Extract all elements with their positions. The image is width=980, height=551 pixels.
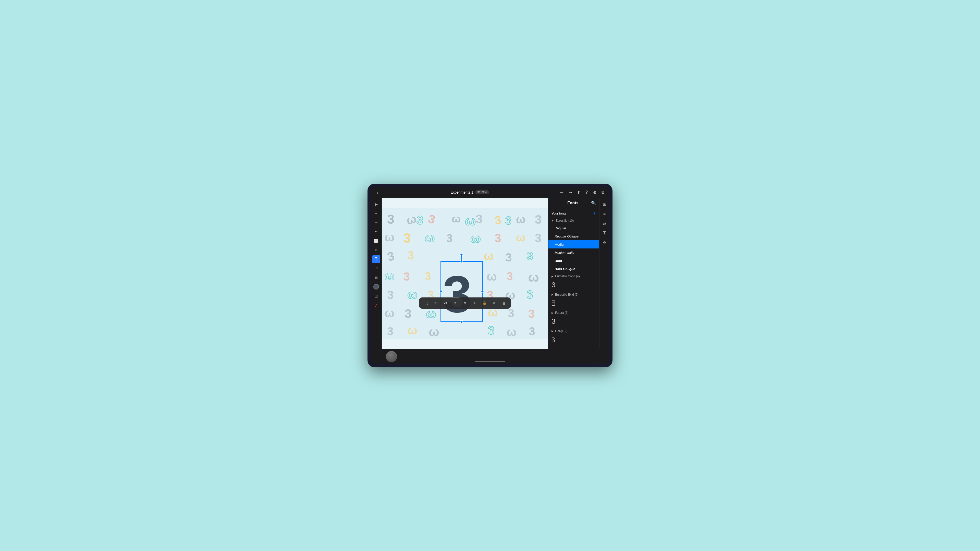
left-toolbar: ▶ ✦ ✏ ✒ ⬜ ○ T ⬚ ▦ ◫ ╱ [371, 198, 382, 349]
font-bold-label: Bold [555, 259, 562, 263]
layers-button[interactable]: ⧉ [600, 189, 605, 196]
lock-button[interactable]: 🔒 [480, 299, 489, 307]
align-button[interactable]: ≡ [451, 299, 460, 307]
svg-text:ω: ω [425, 231, 434, 245]
tool-image[interactable]: ▦ [372, 273, 380, 282]
top-bar-center: Experiments 1 51.27% [450, 190, 489, 194]
text-size-button[interactable]: T↑ [431, 299, 441, 307]
svg-text:3: 3 [387, 288, 394, 302]
document-title: Experiments 1 [450, 190, 473, 194]
panel-search-button[interactable]: 🔍 [591, 200, 596, 205]
panel-adjust-icon[interactable]: ⊞ [600, 200, 609, 208]
futura-group-header[interactable]: ▶ Futura (5) [549, 310, 599, 316]
eurostile-extd-group-header[interactable]: ▶ Eurostile Extd (5) [549, 291, 599, 298]
futura-group-name: Futura (5) [555, 311, 569, 314]
font-medium-italic-label: Medium Italic [555, 251, 574, 254]
tool-pencil[interactable]: ✒ [372, 227, 380, 236]
font-bold[interactable]: Bold [549, 257, 599, 265]
font-medium-label: Medium [555, 243, 566, 246]
font-regular[interactable]: Regular [549, 224, 599, 232]
duplicate-button[interactable]: ⧉ [490, 299, 499, 307]
tool-text[interactable]: T [372, 255, 380, 263]
svg-text:ω: ω [407, 288, 417, 301]
tool-shape[interactable]: ○ [372, 246, 380, 254]
svg-text:ω: ω [426, 307, 436, 321]
flow-button[interactable]: ⚙ [460, 299, 469, 307]
tool-eraser[interactable]: ⬜ [372, 237, 380, 245]
redo-button[interactable]: ↪ [568, 189, 573, 196]
frame-button[interactable]: ⬚ [422, 299, 431, 307]
font-bold-oblique[interactable]: Bold Oblique [549, 265, 599, 273]
svg-text:ω: ω [452, 213, 461, 225]
tool-magic-select[interactable]: ✦ [372, 209, 380, 218]
font-regular-oblique[interactable]: Regular Oblique [549, 232, 599, 240]
delete-button[interactable]: 🗑 [499, 299, 508, 307]
galvji-arrow: ▶ [552, 330, 554, 332]
zoom-level[interactable]: 51.27% [476, 190, 489, 194]
panel-back-button[interactable]: ‹ [552, 201, 553, 205]
svg-text:3: 3 [403, 270, 410, 283]
eurostile-extd-group-name: Eurostile Extd (5) [555, 293, 579, 297]
futura-preview: 3 [549, 316, 599, 328]
eurostile-cond-char: 3 [552, 281, 596, 289]
svg-text:3: 3 [446, 232, 452, 245]
svg-text:3: 3 [443, 265, 472, 323]
tool-pen-red[interactable]: ╱ [372, 301, 380, 309]
eurostile-arrow: ▼ [552, 219, 554, 222]
svg-text:3: 3 [476, 212, 483, 226]
svg-text:ω: ω [487, 269, 497, 283]
svg-text:3: 3 [505, 214, 512, 227]
galvji-preview: 3 [549, 334, 599, 346]
scroll-ball[interactable] [386, 351, 397, 362]
tool-adjust[interactable]: ◫ [372, 292, 380, 300]
svg-text:3: 3 [505, 251, 512, 264]
panel-title: Fonts [555, 201, 591, 205]
settings-button[interactable]: ⚙ [592, 189, 597, 196]
svg-text:3: 3 [508, 307, 514, 319]
panel-settings-icon[interactable]: ⚙ [600, 239, 609, 247]
tool-select[interactable]: ▶ [372, 200, 380, 208]
undo-button[interactable]: ↩ [559, 189, 565, 196]
font-medium-italic[interactable]: Medium Italic [549, 248, 599, 257]
svg-text:3: 3 [527, 288, 533, 301]
add-button[interactable]: + [470, 299, 479, 307]
font-regular-oblique-label: Regular Oblique [555, 234, 579, 238]
share-button[interactable]: ⬆ [576, 189, 581, 196]
main-layout: ▶ ✦ ✏ ✒ ⬜ ○ T ⬚ ▦ ◫ ╱ [371, 198, 609, 349]
svg-text:ω: ω [516, 231, 525, 244]
tracking-button[interactable]: VA [441, 299, 450, 307]
eurostile-group-name: Eurostile (10) [555, 219, 574, 222]
top-bar: ‹ Experiments 1 51.27% ↩ ↪ ⬆ ? ⚙ ⧉ [371, 187, 609, 198]
eurostile-group-header[interactable]: ▼ Eurostile (10) [549, 218, 599, 224]
back-button[interactable]: ‹ [375, 189, 380, 196]
home-indicator [475, 361, 505, 362]
floating-toolbar: ⬚ T↑ VA ≡ ⚙ + 🔒 ⧉ 🗑 [419, 297, 511, 309]
svg-point-27 [481, 290, 484, 293]
tool-transform[interactable]: ⬚ [372, 264, 380, 272]
galvji-group-name: Galvji (2) [555, 329, 567, 333]
svg-text:ω: ω [507, 325, 517, 338]
svg-text:3: 3 [529, 325, 535, 338]
tool-color[interactable] [372, 283, 380, 291]
svg-text:ω: ω [470, 231, 481, 245]
eurostile-cond-group-header[interactable]: ▶ Eurostile Cond (4) [549, 273, 599, 279]
svg-text:3: 3 [495, 231, 501, 245]
svg-text:ω: ω [429, 325, 439, 338]
futura-char: 3 [552, 317, 596, 326]
panel-text-icon[interactable]: T [600, 229, 609, 237]
add-font-button[interactable]: + [593, 211, 596, 216]
eurostile-extd-char: Ǝ [552, 299, 596, 308]
help-button[interactable]: ? [584, 189, 589, 196]
svg-text:3: 3 [488, 324, 494, 337]
svg-text:ω: ω [407, 324, 417, 337]
panel-flip-icon[interactable]: ⇄ [600, 219, 609, 227]
svg-text:3: 3 [425, 270, 431, 283]
galvji-char: 3 [552, 335, 596, 344]
tool-brush[interactable]: ✏ [372, 218, 380, 227]
panel-header: ‹ Fonts 🔍 [549, 198, 599, 208]
svg-text:3: 3 [507, 270, 513, 283]
font-medium[interactable]: Medium [549, 240, 599, 248]
galvji-group-header[interactable]: ▶ Galvji (2) [549, 328, 599, 334]
ganache-row[interactable]: Ganache Regular [549, 346, 599, 349]
panel-layers-icon[interactable]: ≡ [600, 210, 609, 218]
